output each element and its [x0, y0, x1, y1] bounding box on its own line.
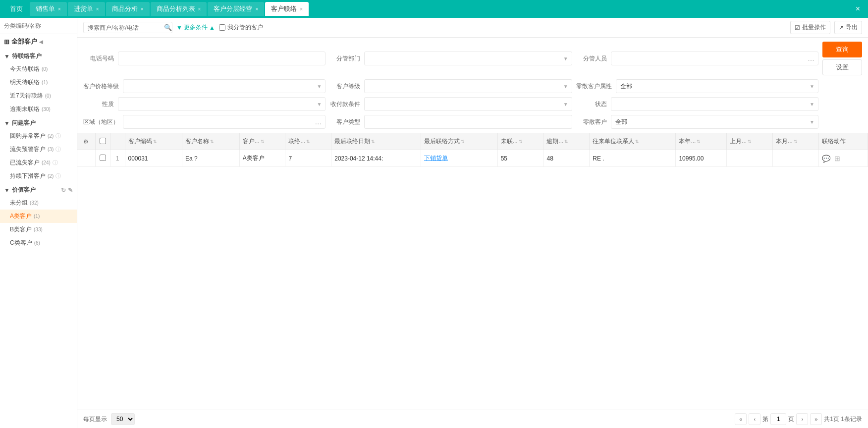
page-first-button[interactable]: «	[735, 413, 747, 425]
nav-tab-customer-tier[interactable]: 客户分层经营 ×	[208, 2, 264, 16]
filter-row-1: 电话号码 分管部门 ▼ 分管人员 …	[83, 42, 862, 75]
action-message-icon-1[interactable]: 💬	[822, 155, 830, 162]
sidebar-pending-contact-group[interactable]: ▼ 待联络客户	[0, 49, 77, 62]
sidebar-item-declining[interactable]: 持续下滑客户 (2) ⓘ	[0, 169, 77, 183]
sidebar-item-tomorrow[interactable]: 明天待联络 (1)	[0, 76, 77, 89]
td-contact-1: 7	[285, 150, 331, 167]
td-settings-1	[77, 150, 95, 167]
th-settings[interactable]: ⚙	[77, 133, 95, 150]
th-last-method[interactable]: 最后联络方式 ⇅	[421, 133, 498, 150]
sidebar-problem-customers-label: 问题客户	[12, 119, 36, 127]
nav-close-button[interactable]: ×	[852, 4, 864, 13]
nav-tab-analysis-close[interactable]: ×	[141, 6, 144, 12]
filter-person-select[interactable]	[611, 52, 818, 65]
per-page-select[interactable]: 50	[111, 413, 135, 425]
filter-region-label: 区域（地区）	[83, 118, 123, 126]
th-unit-contact-label: 往来单位联系人	[593, 137, 634, 146]
my-customers-checkbox[interactable]: 我分管的客户	[219, 23, 263, 32]
nav-tab-home[interactable]: 首页	[4, 2, 29, 16]
sidebar-item-type-a[interactable]: A类客户 (1)	[0, 210, 77, 223]
region-more-dots[interactable]: …	[315, 118, 322, 126]
nav-tab-purchase-close[interactable]: ×	[96, 6, 99, 12]
filter-region-select[interactable]	[123, 115, 326, 129]
th-code[interactable]: 客户编码 ⇅	[125, 133, 182, 150]
nav-tab-purchase[interactable]: 进货单 ×	[68, 2, 105, 16]
row-code-1: 000031	[128, 155, 148, 162]
export-button[interactable]: ↗ 导出	[834, 21, 862, 34]
th-unit-contact[interactable]: 往来单位联系人 ⇅	[590, 133, 676, 150]
td-checkbox-1[interactable]	[95, 150, 110, 167]
td-code-1: 000031	[125, 150, 182, 167]
filter-payment-select[interactable]	[364, 97, 572, 111]
sidebar-item-7days[interactable]: 近7天待联络 (0)	[0, 89, 77, 103]
th-last-month[interactable]: 上月... ⇅	[727, 133, 773, 150]
th-type-sort: ⇅	[261, 139, 265, 144]
row-actions-1: 💬 ⊞	[822, 155, 865, 162]
sidebar-info-icon-2: ⓘ	[55, 146, 61, 153]
sidebar-item-type-c[interactable]: C类客户 (6)	[0, 236, 77, 250]
filter-status-wrapper: ▼	[611, 97, 818, 111]
person-more-dots[interactable]: …	[808, 54, 814, 62]
filter-nature-select[interactable]	[118, 97, 326, 111]
settings-button[interactable]: 设置	[822, 59, 862, 75]
sidebar-item-churned-label: 已流失客户	[10, 159, 40, 167]
filter-retail-customer-select[interactable]: 全部	[611, 115, 818, 129]
row-last-method-1[interactable]: 下销货单	[424, 155, 448, 161]
sidebar-refresh-icon[interactable]: ↻	[61, 187, 66, 194]
sidebar-info-icon-4: ⓘ	[55, 172, 61, 180]
sidebar-all-customers-header[interactable]: ⊞ 全部客户 ◀	[0, 34, 77, 49]
filter-status-select[interactable]	[611, 97, 818, 111]
th-name[interactable]: 客户名称 ⇅	[182, 133, 240, 150]
filter-phone-input[interactable]	[118, 52, 326, 65]
page-number-input[interactable]	[770, 413, 786, 425]
query-button[interactable]: 查询	[822, 42, 862, 57]
batch-operation-button[interactable]: ☑ 批量操作	[790, 21, 830, 34]
th-type[interactable]: 客户... ⇅	[239, 133, 285, 150]
filter-customer-level-select[interactable]	[364, 79, 572, 93]
nav-tab-sales[interactable]: 销售单 ×	[30, 2, 67, 16]
sidebar-item-repeat-abnormal[interactable]: 回购异常客户 (2) ⓘ	[0, 129, 77, 143]
filter-customer-type-select[interactable]	[364, 115, 572, 129]
sidebar-item-unclassified[interactable]: 未分组 (32)	[0, 196, 77, 210]
th-last-date[interactable]: 最后联络日期 ⇅	[331, 133, 421, 150]
nav-tab-customer-tier-close[interactable]: ×	[255, 6, 258, 12]
th-last-date-sort: ⇅	[371, 139, 375, 144]
sidebar-problem-customers-group[interactable]: ▼ 问题客户	[0, 116, 77, 129]
filter-retail-attr-select[interactable]: 全部	[616, 79, 818, 93]
sidebar-item-unclassified-badge: (32)	[30, 200, 39, 206]
sidebar-item-today[interactable]: 今天待联络 (0)	[0, 62, 77, 76]
sidebar-item-overdue[interactable]: 逾期未联络 (30)	[0, 103, 77, 116]
sidebar-search-input[interactable]	[4, 22, 77, 29]
my-customers-check[interactable]	[219, 24, 225, 31]
action-grid-icon-1[interactable]: ⊞	[834, 155, 840, 162]
row-checkbox-1[interactable]	[100, 155, 106, 161]
th-contact[interactable]: 联络... ⇅	[285, 133, 331, 150]
sidebar-edit-icon[interactable]: ✎	[68, 187, 73, 194]
nav-tab-analysis-list[interactable]: 商品分析列表 ×	[151, 2, 207, 16]
th-overdue[interactable]: 逾期... ⇅	[543, 133, 590, 150]
sidebar-item-type-b[interactable]: B类客户 (33)	[0, 223, 77, 236]
page-prev-button[interactable]: ‹	[749, 413, 760, 425]
page-last-button[interactable]: »	[810, 413, 822, 425]
nav-tab-analysis[interactable]: 商品分析 ×	[106, 2, 150, 16]
nav-tab-analysis-list-close[interactable]: ×	[198, 6, 201, 12]
th-this-month[interactable]: 本月... ⇅	[772, 133, 818, 150]
th-uncontacted[interactable]: 未联... ⇅	[497, 133, 543, 150]
nav-tab-customer-contact[interactable]: 客户联络 ×	[265, 2, 309, 16]
th-checkbox[interactable]	[95, 133, 110, 150]
filter-price-level-select[interactable]	[123, 79, 326, 93]
search-input[interactable]	[88, 24, 162, 31]
nav-tab-customer-contact-close[interactable]: ×	[300, 6, 303, 12]
search-icon[interactable]: 🔍	[164, 24, 172, 31]
more-conditions-button[interactable]: ▼ 更多条件 ▲	[176, 23, 215, 32]
row-unit-contact-1: RE .	[593, 155, 604, 162]
bottom-bar: 每页显示 50 « ‹ 第 页 › » 共1页 1条	[77, 410, 868, 428]
th-this-year[interactable]: 本年... ⇅	[676, 133, 727, 150]
sidebar-item-churn-warning[interactable]: 流失预警客户 (3) ⓘ	[0, 143, 77, 156]
sidebar-item-churned[interactable]: 已流失客户 (24) ⓘ	[0, 156, 77, 169]
filter-conditions-panel: 电话号码 分管部门 ▼ 分管人员 …	[77, 38, 868, 133]
select-all-checkbox[interactable]	[100, 138, 106, 144]
filter-dept-select[interactable]	[364, 52, 572, 65]
nav-tab-sales-close[interactable]: ×	[58, 6, 61, 12]
page-next-button[interactable]: ›	[796, 413, 808, 425]
